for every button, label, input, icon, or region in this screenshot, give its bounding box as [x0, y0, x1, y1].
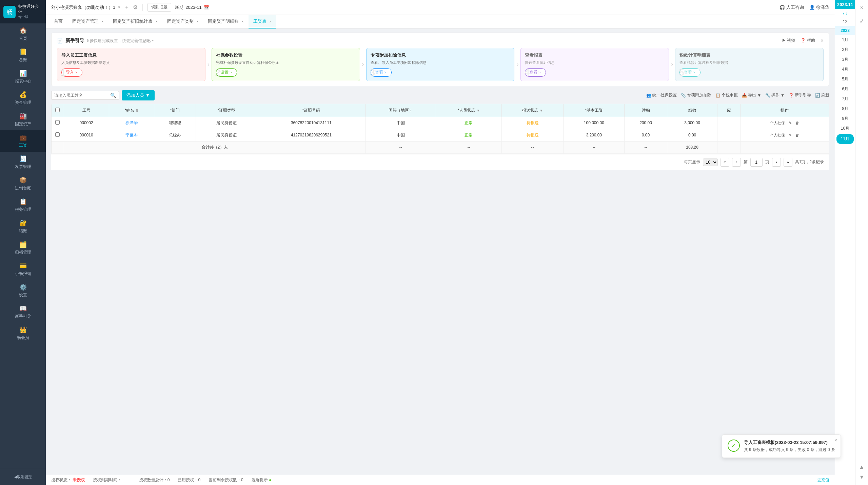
- sidebar-item-home[interactable]: 🏠 首页: [0, 23, 46, 45]
- sidebar-item-settings[interactable]: ⚙️ 设置: [0, 280, 46, 301]
- header-name[interactable]: *姓名 ⇅: [109, 104, 154, 117]
- toast-close-btn[interactable]: ×: [834, 437, 837, 443]
- date-month-11[interactable]: 11月: [836, 134, 854, 144]
- prev-page-btn[interactable]: ‹: [732, 158, 741, 167]
- tab-salary[interactable]: 工资表 ×: [249, 15, 276, 29]
- settings-account-btn[interactable]: ⚙: [133, 4, 138, 11]
- status-filter-icon[interactable]: ▼: [477, 109, 480, 112]
- tab-category-close[interactable]: ×: [196, 19, 198, 23]
- footer-label: 合计共（2）人: [64, 141, 366, 153]
- settings-icon: ⚙️: [19, 283, 27, 291]
- date-month-8[interactable]: 8月: [835, 104, 855, 114]
- sidebar-item-purchase-sales[interactable]: 📦 进销台账: [0, 173, 46, 194]
- next-page-btn[interactable]: ›: [772, 158, 781, 167]
- date-prev-btn[interactable]: ‹: [843, 11, 845, 16]
- tab-home[interactable]: 首页: [49, 15, 67, 29]
- row2-checkbox[interactable]: [55, 132, 60, 137]
- panel-close-btn[interactable]: ×: [857, 3, 867, 13]
- tab-depreciation-close[interactable]: ×: [155, 19, 157, 23]
- period-selector[interactable]: 账期 2023-11 📅: [175, 4, 209, 11]
- sidebar: 畅 畅捷通好会计 专业版 🏠 首页 📒 总账 📊 报表中心 💰 资金管理 🏭 固…: [0, 0, 46, 485]
- sidebar-item-label: 设置: [19, 292, 27, 298]
- social-insurance-action[interactable]: 👥 统一社保设置: [646, 92, 677, 98]
- date-month-7[interactable]: 7月: [835, 94, 855, 104]
- ai-consult-btn[interactable]: 🎧 人工咨询: [780, 4, 804, 11]
- search-input[interactable]: [54, 93, 110, 98]
- special-deduct-action[interactable]: 📎 专项附加扣除: [681, 92, 711, 98]
- sidebar-item-member[interactable]: 👑 畅会员: [0, 323, 46, 344]
- date-month-3[interactable]: 3月: [835, 55, 855, 64]
- sidebar-item-salary[interactable]: 💼 工资: [0, 130, 46, 152]
- row2-edit-btn[interactable]: ✎: [787, 133, 793, 137]
- row1-checkbox[interactable]: [55, 120, 60, 125]
- user-btn[interactable]: 👤 徐泽华: [809, 4, 829, 11]
- date-month-6[interactable]: 6月: [835, 84, 855, 94]
- search-icon[interactable]: 🔍: [110, 93, 116, 98]
- date-month-4[interactable]: 4月: [835, 64, 855, 74]
- refresh-action[interactable]: 🔄 刷新: [815, 92, 829, 98]
- select-all-checkbox[interactable]: [55, 108, 60, 112]
- row2-action: 个人社保 ✎ 🗑: [741, 129, 829, 141]
- header-allowance: 津贴: [625, 104, 667, 117]
- tax-report-action[interactable]: 📋 个税申报: [715, 92, 738, 98]
- switch-version-btn[interactable]: 切到旧版: [147, 3, 171, 12]
- tab-category[interactable]: 固定资产类别 ×: [162, 15, 203, 29]
- tab-fixed-assets[interactable]: 固定资产管理 ×: [67, 15, 108, 29]
- sidebar-item-tax[interactable]: 📋 税务管理: [0, 194, 46, 216]
- panel-down-btn[interactable]: ▼: [857, 472, 867, 482]
- row2-delete-btn[interactable]: 🗑: [794, 133, 801, 137]
- first-page-btn[interactable]: «: [721, 158, 729, 167]
- name-sort-icon[interactable]: ⇅: [136, 109, 138, 112]
- sidebar-item-ledger[interactable]: 📒 总账: [0, 45, 46, 66]
- add-employee-btn[interactable]: 添加人员 ▼: [122, 90, 155, 100]
- row1-edit-btn[interactable]: ✎: [787, 120, 793, 125]
- footer-empty2: [717, 141, 741, 153]
- sidebar-item-archive[interactable]: 🗂️ 归档管理: [0, 237, 46, 259]
- last-page-btn[interactable]: »: [784, 158, 792, 167]
- row1-delete-btn[interactable]: 🗑: [794, 120, 801, 125]
- operation-action[interactable]: 🔧 操作 ▼: [765, 92, 785, 98]
- row2-personal-insurance-btn[interactable]: 个人社保: [769, 133, 786, 137]
- sidebar-item-settlement[interactable]: 🔐 结账: [0, 216, 46, 237]
- panel-expand-btn[interactable]: ⤢: [857, 16, 867, 26]
- page-input[interactable]: [750, 158, 763, 167]
- row1-checkbox-cell: [52, 117, 64, 129]
- export-action[interactable]: 📤 导出 ▼: [742, 92, 761, 98]
- send-status-filter-icon[interactable]: ▼: [539, 109, 543, 112]
- per-page-select[interactable]: 10 20 50: [703, 158, 718, 166]
- panel-up-btn[interactable]: ▲: [857, 462, 867, 472]
- guide-close-btn[interactable]: ×: [821, 38, 824, 44]
- sidebar-item-invoice[interactable]: 🧾 发票管理: [0, 152, 46, 173]
- sidebar-item-funds[interactable]: 💰 资金管理: [0, 88, 46, 109]
- date-next-btn[interactable]: ›: [846, 11, 848, 16]
- date-month-1[interactable]: 1月: [835, 35, 855, 45]
- row1-personal-insurance-btn[interactable]: 个人社保: [769, 120, 786, 125]
- date-month-5[interactable]: 5月: [835, 74, 855, 84]
- sidebar-item-guide[interactable]: 📖 新手引导: [0, 301, 46, 323]
- date-month-10[interactable]: 10月: [835, 124, 855, 133]
- tab-depreciation[interactable]: 固定资产折旧统计表 ×: [108, 15, 162, 29]
- tab-detail[interactable]: 固定资产明细账 ×: [203, 15, 248, 29]
- date-month-9[interactable]: 9月: [835, 114, 855, 124]
- step-2-title: 社保参数设置: [216, 52, 356, 58]
- cancel-fixed-btn[interactable]: ◀ 取消固定: [0, 472, 46, 482]
- new-guide-action[interactable]: ❓ 新手引导: [789, 92, 811, 98]
- date-month-2[interactable]: 2月: [835, 45, 855, 55]
- tab-salary-close[interactable]: ×: [269, 19, 271, 23]
- activate-link[interactable]: 去充值: [817, 477, 829, 483]
- add-account-btn[interactable]: ＋: [124, 4, 130, 11]
- tab-detail-close[interactable]: ×: [241, 19, 243, 23]
- guide-help-btn[interactable]: ❓ 帮助: [801, 38, 815, 44]
- guide-video-btn[interactable]: ▶ 视频: [782, 38, 795, 44]
- tab-salary-label: 工资表: [253, 18, 267, 24]
- date-month-12[interactable]: 12: [835, 17, 855, 26]
- row2-name-link[interactable]: 李俊杰: [125, 133, 138, 137]
- row1-name-link[interactable]: 徐泽华: [125, 120, 138, 125]
- account-selector[interactable]: 刘小艳演示账套（勿删勿动！）1 ▼: [51, 4, 121, 11]
- header-apply: 应: [717, 104, 741, 117]
- sidebar-item-expense[interactable]: 💳 小畅报销: [0, 259, 46, 280]
- footer-basic-salary-total: 103,20: [667, 141, 717, 153]
- tab-fixed-assets-close[interactable]: ×: [101, 19, 103, 23]
- sidebar-item-reports[interactable]: 📊 报表中心: [0, 66, 46, 88]
- sidebar-item-fixed-assets[interactable]: 🏭 固定资产: [0, 109, 46, 130]
